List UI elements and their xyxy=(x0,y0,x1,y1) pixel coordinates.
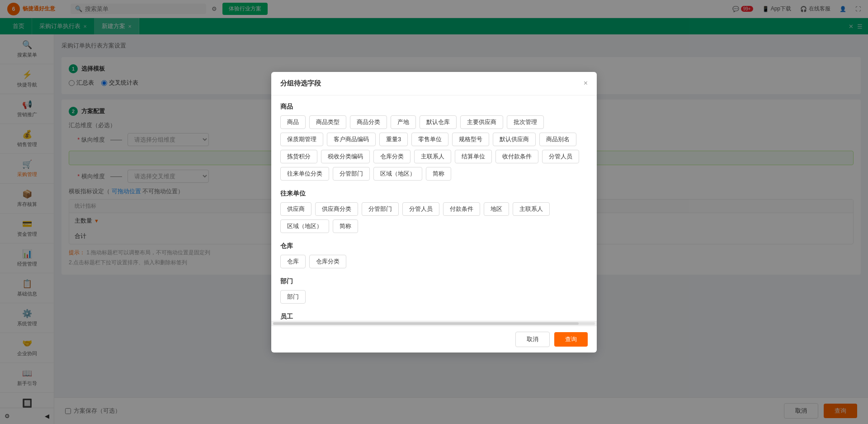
field-group-warehouse: 仓库 仓库 仓库分类 xyxy=(280,242,588,268)
field-tags-warehouse: 仓库 仓库分类 xyxy=(280,255,588,268)
field-tags-product: 商品 商品类型 商品分类 产地 默认仓库 主要供应商 批次管理 保质期管理 客户… xyxy=(280,115,588,181)
field-tag-main-supplier[interactable]: 主要供应商 xyxy=(460,115,503,129)
field-group-dept-title: 部门 xyxy=(280,277,588,286)
field-tag-main-contact[interactable]: 主联系人 xyxy=(414,150,451,163)
field-tag-warehouse-category[interactable]: 仓库分类 xyxy=(373,150,410,163)
field-group-employee-title: 员工 xyxy=(280,313,588,321)
field-tag-default-warehouse[interactable]: 默认仓库 xyxy=(420,115,457,129)
field-tag-spec-model[interactable]: 规格型号 xyxy=(452,133,489,146)
field-tag-retail-unit[interactable]: 零售单位 xyxy=(411,133,448,146)
field-tag-partner-category[interactable]: 往来单位分类 xyxy=(280,167,329,181)
field-tag-default-supplier[interactable]: 默认供应商 xyxy=(493,133,536,146)
field-group-warehouse-title: 仓库 xyxy=(280,242,588,250)
field-tag-product-type[interactable]: 商品类型 xyxy=(309,115,346,129)
field-tag-origin[interactable]: 产地 xyxy=(391,115,416,129)
modal-cancel-button[interactable]: 取消 xyxy=(515,332,550,347)
field-group-product: 商品 商品 商品类型 商品分类 产地 默认仓库 主要供应商 批次管理 保质期管理… xyxy=(280,103,588,181)
field-tags-dept: 部门 xyxy=(280,290,588,304)
field-tag-product-category[interactable]: 商品分类 xyxy=(350,115,387,129)
field-tag-tax-code[interactable]: 税收分类编码 xyxy=(321,150,370,163)
field-tag-area[interactable]: 地区 xyxy=(484,202,509,216)
field-tag-payment-terms[interactable]: 收付款条件 xyxy=(495,150,538,163)
field-tag-product[interactable]: 商品 xyxy=(280,115,306,129)
field-group-dept: 部门 部门 xyxy=(280,277,588,304)
modal-hscrollbar[interactable] xyxy=(271,321,597,325)
field-group-partner: 往来单位 供应商 供应商分类 分管部门 分管人员 付款条件 地区 主联系人 区域… xyxy=(280,190,588,233)
field-tag-supervisor[interactable]: 分管人员 xyxy=(542,150,579,163)
field-tag-short-name2[interactable]: 简称 xyxy=(333,219,358,233)
modal-overlay: 分组待选字段 × 商品 商品 商品类型 商品分类 产地 默认仓库 主要供应商 批… xyxy=(0,0,868,424)
modal-confirm-button[interactable]: 查询 xyxy=(554,332,588,347)
field-tag-warehouse-cat[interactable]: 仓库分类 xyxy=(309,255,346,268)
field-tag-supplier[interactable]: 供应商 xyxy=(280,202,311,216)
field-group-partner-title: 往来单位 xyxy=(280,190,588,198)
field-tag-supervisor2[interactable]: 分管人员 xyxy=(402,202,439,216)
field-tags-partner: 供应商 供应商分类 分管部门 分管人员 付款条件 地区 主联系人 区域（地区） … xyxy=(280,202,588,233)
modal-title: 分组待选字段 xyxy=(280,79,321,88)
field-tag-batch-mgmt[interactable]: 批次管理 xyxy=(507,115,544,129)
field-tag-customer-code[interactable]: 客户商品编码 xyxy=(327,133,376,146)
field-tag-product-alias[interactable]: 商品别名 xyxy=(539,133,576,146)
field-selection-modal: 分组待选字段 × 商品 商品 商品类型 商品分类 产地 默认仓库 主要供应商 批… xyxy=(271,72,597,353)
modal-close-button[interactable]: × xyxy=(584,79,588,87)
field-tag-main-contact2[interactable]: 主联系人 xyxy=(513,202,550,216)
field-tag-department[interactable]: 部门 xyxy=(280,290,306,304)
field-tag-short-name[interactable]: 简称 xyxy=(426,167,451,181)
modal-footer: 取消 查询 xyxy=(271,326,597,353)
field-tag-weight3[interactable]: 重量3 xyxy=(379,133,408,146)
field-group-product-title: 商品 xyxy=(280,103,588,111)
field-tag-payment-condition[interactable]: 付款条件 xyxy=(443,202,480,216)
field-tag-supplier-category[interactable]: 供应商分类 xyxy=(315,202,358,216)
modal-body: 商品 商品 商品类型 商品分类 产地 默认仓库 主要供应商 批次管理 保质期管理… xyxy=(271,95,597,321)
field-tag-region2[interactable]: 区域（地区） xyxy=(280,219,329,233)
field-tag-warehouse[interactable]: 仓库 xyxy=(280,255,306,268)
field-tag-dept2[interactable]: 分管部门 xyxy=(362,202,399,216)
field-tag-region[interactable]: 区域（地区） xyxy=(373,167,422,181)
modal-header: 分组待选字段 × xyxy=(271,72,597,95)
field-tag-pick-points[interactable]: 拣货积分 xyxy=(280,150,317,163)
field-tag-settlement-unit[interactable]: 结算单位 xyxy=(455,150,492,163)
field-tag-expiry-mgmt[interactable]: 保质期管理 xyxy=(280,133,323,146)
field-group-employee: 员工 业务员 xyxy=(280,313,588,321)
field-tag-dept[interactable]: 分管部门 xyxy=(333,167,370,181)
